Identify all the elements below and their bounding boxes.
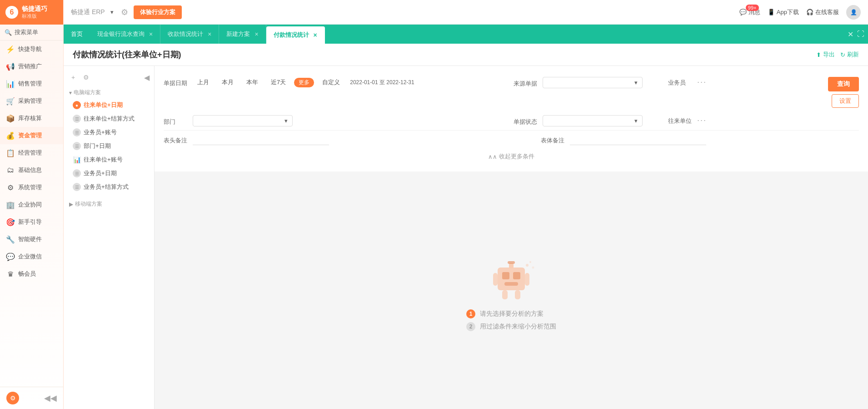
mobile-section-title[interactable]: ▶ 移动端方案 bbox=[64, 197, 154, 210]
header-note-label: 表头备注 bbox=[164, 135, 189, 145]
panel-settings-icon[interactable]: ⚙ bbox=[81, 72, 91, 82]
page-header: 付款情况统计(往来单位+日期) ⬆ 导出 ↻ 刷新 bbox=[64, 44, 868, 66]
chevron-up-icon: ∧∧ bbox=[488, 153, 497, 160]
svg-rect-3 bbox=[504, 282, 518, 286]
sidebar-item-sales[interactable]: 📊 销售管理 bbox=[0, 75, 63, 92]
panel-collapse-icon[interactable]: ◀ bbox=[144, 73, 150, 82]
header-dropdown[interactable]: ▾ bbox=[110, 9, 114, 15]
sidebar-item-marketing[interactable]: 📢 营销推广 bbox=[0, 58, 63, 75]
page-title: 付款情况统计(往来单位+日期) bbox=[73, 49, 181, 60]
panel-toolbar: + ⚙ ◀ bbox=[64, 71, 154, 86]
filter-section: 单据日期 上月 本月 本年 近7天 更多 自定义 2022-01-01 至 20… bbox=[155, 66, 868, 172]
employee-more-icon[interactable]: ··· bbox=[697, 77, 707, 87]
tab-bank-close[interactable]: × bbox=[149, 30, 153, 38]
logo-text: 畅捷通巧 标准版 bbox=[22, 5, 47, 20]
plan-employee-settle[interactable]: ☰ 业务员+结算方式 bbox=[64, 180, 154, 194]
sidebar-collapse-button[interactable]: ◀◀ bbox=[44, 393, 57, 403]
svg-point-11 bbox=[529, 261, 531, 263]
pc-section-title[interactable]: ▾ 电脑端方案 bbox=[64, 86, 154, 98]
refresh-button[interactable]: ↻ 刷新 bbox=[840, 50, 859, 59]
settings-button[interactable]: 设置 bbox=[832, 94, 859, 108]
inventory-icon: 📦 bbox=[6, 114, 15, 122]
plan-icon-2: ☰ bbox=[73, 115, 81, 123]
date-range-text: 2022-01-01 至 2022-12-31 bbox=[350, 79, 414, 86]
empty-state-area: 1 请先选择要分析的方案 2 用过滤条件来缩小分析范围 bbox=[155, 172, 868, 409]
hardware-icon: 🔧 bbox=[6, 235, 15, 243]
sidebar-item-inventory[interactable]: 📦 库存核算 bbox=[0, 110, 63, 127]
user-icon: 👤 bbox=[850, 9, 857, 15]
tab-close-all-icon[interactable]: ✕ bbox=[848, 30, 853, 39]
tab-fullscreen-icon[interactable]: ⛶ bbox=[857, 30, 864, 38]
sidebar-item-weixin[interactable]: 💬 企业微信 bbox=[0, 248, 63, 265]
quick-nav-icon: ⚡ bbox=[6, 45, 15, 53]
sidebar-search[interactable]: 🔍 搜索菜单 bbox=[0, 25, 63, 40]
sidebar-item-finance[interactable]: 💰 资金管理 bbox=[0, 127, 63, 144]
chevron-down-icon: ▾ bbox=[69, 90, 72, 96]
sidebar-item-enterprise[interactable]: 🏢 企业协同 bbox=[0, 196, 63, 213]
user-avatar[interactable]: 👤 bbox=[846, 5, 861, 20]
sidebar-item-quick-nav[interactable]: ⚡ 快捷导航 bbox=[0, 40, 63, 58]
export-button[interactable]: ⬆ 导出 bbox=[816, 50, 835, 59]
empty-steps: 1 请先选择要分析的方案 2 用过滤条件来缩小分析范围 bbox=[466, 309, 556, 331]
tab-home[interactable]: 首页 bbox=[64, 25, 90, 44]
sidebar-item-purchase[interactable]: 🛒 采购管理 bbox=[0, 92, 63, 110]
plan-counterpart-account[interactable]: 📊 往来单位+账号 bbox=[64, 153, 154, 167]
tab-receipt[interactable]: 收款情况统计 × bbox=[160, 25, 219, 44]
tab-bank[interactable]: 现金银行流水查询 × bbox=[90, 25, 160, 44]
plan-counterpart-date[interactable]: ● 往来单位+日期 bbox=[64, 98, 154, 112]
svg-point-12 bbox=[532, 267, 534, 269]
source-select[interactable]: ▾ bbox=[543, 77, 643, 88]
sidebar-item-system[interactable]: ⚙ 系统管理 bbox=[0, 179, 63, 196]
filter-counterpart-col: 往来单位 ··· bbox=[668, 115, 813, 125]
body-note-input[interactable] bbox=[570, 134, 706, 145]
plan-icon-7: ☰ bbox=[73, 183, 81, 191]
trial-btn[interactable]: 体验行业方案 bbox=[134, 5, 182, 19]
counterpart-more-icon[interactable]: ··· bbox=[697, 116, 707, 125]
plan-employee-date[interactable]: ☰ 业务员+日期 bbox=[64, 167, 154, 180]
date-more[interactable]: 更多 bbox=[294, 78, 314, 87]
sidebar-item-operation[interactable]: 📋 经营管理 bbox=[0, 144, 63, 162]
sidebar-item-guide[interactable]: 🎯 新手引导 bbox=[0, 213, 63, 231]
notification-btn[interactable]: 💬 消息 99+ bbox=[739, 8, 760, 16]
plan-dept-date[interactable]: ☰ 部门+日期 bbox=[64, 139, 154, 153]
sidebar-item-hardware[interactable]: 🔧 智能硬件 bbox=[0, 231, 63, 248]
date-7days[interactable]: 近7天 bbox=[266, 77, 290, 88]
date-options: 上月 本月 本年 近7天 更多 自定义 2022-01-01 至 2022-12… bbox=[193, 77, 414, 88]
date-this-year[interactable]: 本年 bbox=[242, 77, 263, 88]
plan-counterpart-settle[interactable]: ☰ 往来单位+结算方式 bbox=[64, 112, 154, 126]
tab-payment[interactable]: 付款情况统计 × bbox=[266, 26, 325, 44]
plan-icon-6: ☰ bbox=[73, 169, 81, 177]
date-this-month[interactable]: 本月 bbox=[217, 77, 238, 88]
header-settings-icon[interactable]: ⚙ bbox=[121, 7, 128, 17]
phone-icon: 📱 bbox=[768, 9, 775, 15]
date-custom[interactable]: 自定义 bbox=[318, 77, 344, 88]
sidebar-settings-icon[interactable]: ⚙ bbox=[6, 392, 19, 404]
notification-icon: 💬 bbox=[739, 9, 747, 15]
system-icon: ⚙ bbox=[6, 183, 15, 192]
panel-add-icon[interactable]: + bbox=[68, 72, 78, 82]
filter-dept-col: 部门 ▾ bbox=[164, 115, 504, 126]
header-note-input[interactable] bbox=[193, 134, 329, 145]
date-last-month[interactable]: 上月 bbox=[193, 77, 214, 88]
body-note-label: 表体备注 bbox=[541, 135, 566, 145]
filter-employee-col: 业务员 ··· bbox=[668, 77, 813, 87]
tab-new-plan-close[interactable]: × bbox=[254, 30, 258, 38]
counterpart-label: 往来单位 bbox=[668, 115, 693, 125]
sidebar-item-basic[interactable]: 🗂 基础信息 bbox=[0, 162, 63, 179]
plan-icon-3: ☰ bbox=[73, 128, 81, 136]
query-button[interactable]: 查询 bbox=[828, 77, 859, 91]
docstatus-select[interactable]: ▾ bbox=[543, 115, 643, 126]
tab-payment-close[interactable]: × bbox=[314, 31, 317, 39]
filter-body-note-col: 表体备注 bbox=[541, 134, 813, 145]
dept-label: 部门 bbox=[164, 116, 189, 126]
app-download-btn[interactable]: 📱 App下载 bbox=[768, 8, 799, 16]
collapse-more-btn[interactable]: ∧∧ 收起更多条件 bbox=[164, 149, 859, 164]
svg-rect-1 bbox=[502, 272, 509, 279]
online-service-btn[interactable]: 🎧 在线客服 bbox=[806, 8, 839, 16]
svg-rect-6 bbox=[493, 273, 498, 286]
dept-select[interactable]: ▾ bbox=[193, 115, 293, 126]
tab-new-plan[interactable]: 新建方案 × bbox=[219, 25, 266, 44]
tab-receipt-close[interactable]: × bbox=[208, 30, 211, 38]
sidebar-item-vip[interactable]: ♛ 畅会员 bbox=[0, 265, 63, 283]
plan-employee-account[interactable]: ☰ 业务员+账号 bbox=[64, 126, 154, 139]
